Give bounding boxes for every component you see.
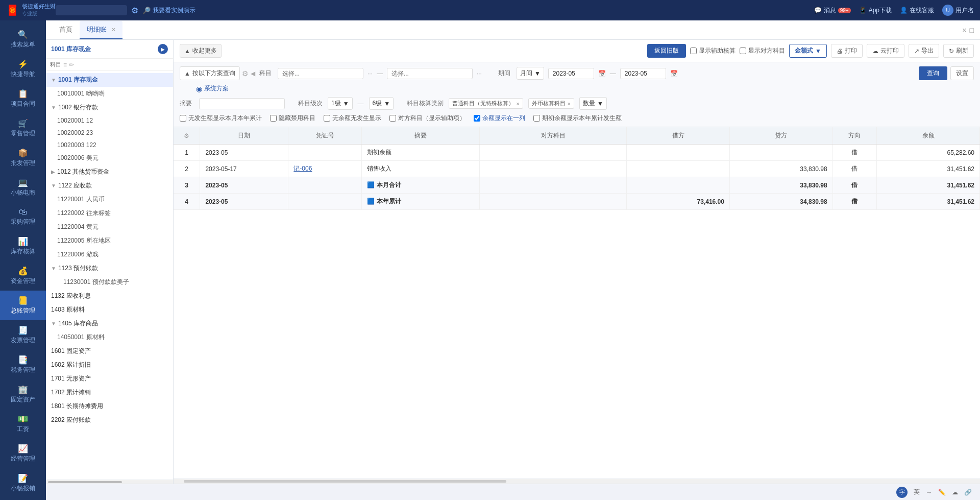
tree-item-1132[interactable]: 1132 应收利息 <box>46 289 173 303</box>
checkbox-no-balance-show[interactable]: 无余额无发生显示 <box>324 114 381 123</box>
tree-item-2202[interactable]: 2202 应付账款 <box>46 413 173 427</box>
bottom-edit-btn[interactable]: ✏️ <box>938 489 946 496</box>
end-date-icon[interactable]: 📅 <box>670 70 678 77</box>
scheme-btn[interactable]: ▲ 按以下方案查询 <box>180 66 240 80</box>
tree-item-1012[interactable]: ▶ 1012 其他货币资金 <box>46 165 173 179</box>
sidebar-item-retail[interactable]: 🛒 零售管理 <box>0 113 46 143</box>
bottom-cloud-btn[interactable]: ☁ <box>952 489 958 496</box>
period-start-input[interactable] <box>548 68 594 79</box>
checkbox-balance-one-row[interactable]: 余额显示在一列 <box>474 114 525 123</box>
online-service-btn[interactable]: 👤 在线客服 <box>900 6 934 15</box>
tree-item-1801[interactable]: 1801 长期待摊费用 <box>46 399 173 413</box>
tab-maximize-btn[interactable]: □ <box>970 26 974 34</box>
sidebar-item-wholesale[interactable]: 📦 批发管理 <box>0 143 46 173</box>
sidebar-item-inventory[interactable]: 📊 库存核算 <box>0 231 46 261</box>
subject-input-1[interactable] <box>278 68 363 79</box>
settings-filter-icon[interactable]: ⚙ <box>242 69 249 78</box>
tab-home[interactable]: 首页 <box>52 21 80 39</box>
filter-collapse-icon[interactable]: ◀ <box>251 70 255 77</box>
start-date-icon[interactable]: 📅 <box>598 70 606 77</box>
cb-balance-one-row[interactable] <box>474 115 480 122</box>
cb-no-balance[interactable] <box>180 115 186 122</box>
sidebar-item-quick-nav[interactable]: ⚡ 快捷导航 <box>0 54 46 84</box>
account-tree-scrollbar[interactable] <box>46 480 173 484</box>
quantity-select[interactable]: 数量 ▼ <box>579 97 607 110</box>
tree-item-11220002[interactable]: 11220002 往来标签 <box>46 206 173 220</box>
tab-minimize-btn[interactable]: × <box>962 26 966 34</box>
show-contra-input[interactable] <box>740 47 746 54</box>
refresh-btn[interactable]: ↻ 刷新 <box>943 44 974 58</box>
tree-item-11220005[interactable]: 11220005 所在地区 <box>46 234 173 248</box>
amount-style-btn[interactable]: 金额式 ▼ <box>789 44 827 58</box>
sidebar-item-ledger[interactable]: 📒 总账管理 <box>0 291 46 320</box>
table-gear-icon[interactable]: ⚙ <box>184 132 189 139</box>
tree-item-10020001[interactable]: 10020001 12 <box>46 114 173 127</box>
sidebar-item-base-info[interactable]: ℹ️ 基础信息 <box>0 498 46 500</box>
tree-item-1403[interactable]: 1403 原材料 <box>46 303 173 317</box>
bottom-tool-btn[interactable]: → <box>926 489 932 496</box>
system-scheme-btn[interactable]: ◉ 系统方案 <box>196 84 229 93</box>
top-search-input[interactable] <box>56 5 127 15</box>
sidebar-item-salary[interactable]: 💵 工资 <box>0 409 46 439</box>
subject-input-2[interactable] <box>387 68 473 79</box>
tree-item-10020003[interactable]: 10020003 122 <box>46 139 173 151</box>
cb-no-balance-show[interactable] <box>324 115 330 122</box>
h-scrollbar[interactable] <box>174 479 980 484</box>
sidebar-item-ecommerce[interactable]: 💻 小畅电商 <box>0 173 46 202</box>
tab-close-btn[interactable]: × <box>112 26 116 33</box>
tag-close-2[interactable]: × <box>568 101 571 107</box>
tree-item-1123[interactable]: ▼ 1123 预付账款 <box>46 261 173 275</box>
print-btn[interactable]: 🖨 打印 <box>831 44 863 58</box>
tree-item-1002[interactable]: ▼ 1002 银行存款 <box>46 101 173 114</box>
bottom-link-btn[interactable]: 🔗 <box>964 489 972 496</box>
show-aux-input[interactable] <box>690 47 697 54</box>
tree-item-11220006[interactable]: 11220006 游戏 <box>46 248 173 261</box>
user-avatar-btn[interactable]: U 用户名 <box>942 5 974 16</box>
tree-item-1701[interactable]: 1701 无形资产 <box>46 372 173 386</box>
period-type-select[interactable]: 月间 ▼ <box>517 67 544 80</box>
sidebar-item-finance[interactable]: 💰 资金管理 <box>0 261 46 291</box>
tree-item-1602[interactable]: 1602 累计折旧 <box>46 358 173 372</box>
subject-type-tag-1[interactable]: 普通科目（无特殊核算） × <box>449 98 523 109</box>
export-btn[interactable]: ↗ 导出 <box>909 44 939 58</box>
tree-item-11220001[interactable]: 11220001 人民币 <box>46 193 173 206</box>
setting-btn[interactable]: 设置 <box>950 66 974 80</box>
show-aux-checkbox[interactable]: 显示辅助核算 <box>690 46 736 55</box>
account-nav-arrow[interactable]: ▶ <box>158 44 168 54</box>
sidebar-item-tax[interactable]: 📑 税务管理 <box>0 350 46 379</box>
period-end-input[interactable] <box>620 68 666 79</box>
level-to-select[interactable]: 6级 ▼ <box>369 97 394 110</box>
tree-item-10020006[interactable]: 10020006 美元 <box>46 151 173 165</box>
checkbox-contra-show[interactable]: 对方科目（显示辅助项） <box>389 114 465 123</box>
sidebar-item-search[interactable]: 🔍 搜索菜单 <box>0 25 46 54</box>
show-contra-checkbox[interactable]: 显示对方科目 <box>740 46 785 55</box>
tree-item-11220004[interactable]: 11220004 黄元 <box>46 220 173 234</box>
tree-item-10010001[interactable]: 10010001 哟哟哟 <box>46 87 173 101</box>
tree-item-14050001[interactable]: 14050001 原材料 <box>46 330 173 344</box>
settings-icon[interactable]: ⚙ <box>131 6 138 15</box>
bottom-lang-btn[interactable]: 英 <box>914 488 920 496</box>
query-btn[interactable]: 查询 <box>919 66 947 80</box>
summary-input[interactable] <box>199 98 285 109</box>
cloud-print-btn[interactable]: ☁ 云打印 <box>867 44 904 58</box>
tag-close-1[interactable]: × <box>516 101 519 107</box>
message-btn[interactable]: 💬 消息 99+ <box>814 6 851 15</box>
expand-btn[interactable]: ▲ 收起更多 <box>180 44 222 58</box>
return-old-btn[interactable]: 返回旧版 <box>647 44 686 58</box>
sidebar-item-purchase[interactable]: 🛍 采购管理 <box>0 202 46 231</box>
checkbox-no-balance[interactable]: 无发生额显示本月本年累计 <box>180 114 262 123</box>
tree-item-1001[interactable]: ▼ 1001 库存现金 <box>46 73 173 87</box>
level-from-select[interactable]: 1级 ▼ <box>328 97 353 110</box>
sidebar-item-fixed-assets[interactable]: 🏢 固定资产 <box>0 379 46 409</box>
tab-detail[interactable]: 明细账 × <box>80 21 122 39</box>
subject-type-tag-2[interactable]: 外币核算科目 × <box>528 98 574 109</box>
cb-contra-show[interactable] <box>389 115 396 122</box>
sidebar-item-invoice[interactable]: 🧾 发票管理 <box>0 320 46 350</box>
tree-item-1405[interactable]: ▼ 1405 库存商品 <box>46 317 173 330</box>
tree-item-11230001[interactable]: 11230001 预付款款美子 <box>46 275 173 289</box>
tree-item-1702[interactable]: 1702 累计摊销 <box>46 386 173 399</box>
tree-item-1122[interactable]: ▼ 1122 应收款 <box>46 179 173 193</box>
sidebar-item-project[interactable]: 📋 项目合同 <box>0 84 46 113</box>
checkbox-hide-disabled[interactable]: 隐藏禁用科目 <box>270 114 315 123</box>
tree-item-10020002[interactable]: 10020002 23 <box>46 127 173 139</box>
